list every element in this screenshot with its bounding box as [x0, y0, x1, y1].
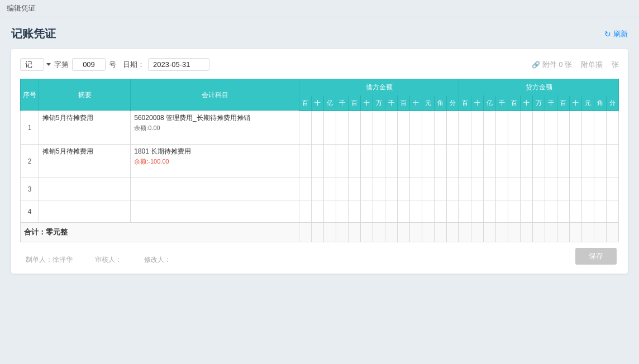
attachment-link[interactable]: 🔗 附件 0 张 [532, 60, 572, 70]
row-0-c-3[interactable] [496, 111, 508, 145]
row-0-d-6[interactable] [373, 111, 385, 145]
save-button[interactable]: 保存 [575, 248, 617, 265]
row-3-c-5[interactable] [521, 200, 533, 223]
row-1-d-0[interactable] [299, 145, 312, 178]
row-1-d-5[interactable] [361, 145, 373, 178]
ji-select-wrapper[interactable]: 记 [20, 58, 51, 71]
row-3-c-2[interactable] [484, 200, 496, 223]
row-0-c-4[interactable] [508, 111, 521, 145]
row-0-c-5[interactable] [521, 111, 533, 145]
row-1-c-10[interactable] [582, 145, 594, 178]
row-3-c-0[interactable] [459, 200, 471, 223]
row-account-2[interactable] [131, 178, 299, 200]
row-2-d-4[interactable] [349, 178, 361, 200]
row-1-d-11[interactable] [435, 145, 447, 178]
row-2-c-2[interactable] [484, 178, 496, 200]
row-2-c-4[interactable] [508, 178, 521, 200]
row-0-d-8[interactable] [398, 111, 410, 145]
row-2-d-5[interactable] [361, 178, 373, 200]
row-3-c-6[interactable] [533, 200, 545, 223]
row-3-d-10[interactable] [422, 200, 435, 223]
row-2-d-7[interactable] [385, 178, 398, 200]
row-1-c-6[interactable] [533, 145, 545, 178]
row-2-c-0[interactable] [459, 178, 471, 200]
row-3-d-9[interactable] [410, 200, 422, 223]
row-summary-0[interactable]: 摊销5月待摊费用 [39, 111, 131, 145]
row-0-d-4[interactable] [349, 111, 361, 145]
row-2-c-5[interactable] [521, 178, 533, 200]
row-3-d-1[interactable] [312, 200, 324, 223]
row-3-d-12[interactable] [447, 200, 459, 223]
row-2-c-8[interactable] [557, 178, 570, 200]
row-2-c-12[interactable] [607, 178, 619, 200]
row-3-d-3[interactable] [336, 200, 349, 223]
row-0-c-7[interactable] [545, 111, 557, 145]
row-1-c-1[interactable] [471, 145, 484, 178]
row-2-d-3[interactable] [336, 178, 349, 200]
row-3-c-11[interactable] [594, 200, 607, 223]
row-2-d-9[interactable] [410, 178, 422, 200]
row-3-c-10[interactable] [582, 200, 594, 223]
row-1-d-9[interactable] [410, 145, 422, 178]
row-3-d-8[interactable] [398, 200, 410, 223]
row-2-d-1[interactable] [312, 178, 324, 200]
row-3-c-3[interactable] [496, 200, 508, 223]
row-3-c-12[interactable] [607, 200, 619, 223]
row-2-c-7[interactable] [545, 178, 557, 200]
row-0-c-0[interactable] [459, 111, 471, 145]
row-1-c-4[interactable] [508, 145, 521, 178]
row-3-c-7[interactable] [545, 200, 557, 223]
row-0-d-1[interactable] [312, 111, 324, 145]
row-1-d-6[interactable] [373, 145, 385, 178]
row-account-0[interactable]: 56020008 管理费用_长期待摊费用摊销 余额:0.00 [131, 111, 299, 145]
row-0-c-6[interactable] [533, 111, 545, 145]
date-input[interactable] [148, 58, 209, 71]
row-1-c-11[interactable] [594, 145, 607, 178]
row-3-c-4[interactable] [508, 200, 521, 223]
row-account-3[interactable] [131, 200, 299, 223]
row-3-c-9[interactable] [570, 200, 582, 223]
row-0-c-8[interactable] [557, 111, 570, 145]
row-3-c-8[interactable] [557, 200, 570, 223]
row-2-d-12[interactable] [447, 178, 459, 200]
row-0-d-0[interactable] [299, 111, 312, 145]
row-summary-2[interactable] [39, 178, 131, 200]
row-1-c-0[interactable] [459, 145, 471, 178]
row-1-c-7[interactable] [545, 145, 557, 178]
row-1-d-10[interactable] [422, 145, 435, 178]
row-3-d-6[interactable] [373, 200, 385, 223]
row-2-d-11[interactable] [435, 178, 447, 200]
row-0-c-2[interactable] [484, 111, 496, 145]
ji-select[interactable]: 记 [20, 58, 44, 71]
row-2-c-3[interactable] [496, 178, 508, 200]
row-1-c-2[interactable] [484, 145, 496, 178]
row-3-d-2[interactable] [324, 200, 336, 223]
row-0-d-9[interactable] [410, 111, 422, 145]
row-1-d-4[interactable] [349, 145, 361, 178]
row-summary-3[interactable] [39, 200, 131, 223]
row-summary-1[interactable]: 摊销5月待摊费用 [39, 145, 131, 178]
row-1-c-5[interactable] [521, 145, 533, 178]
row-0-d-12[interactable] [447, 111, 459, 145]
row-1-d-8[interactable] [398, 145, 410, 178]
row-1-d-12[interactable] [447, 145, 459, 178]
row-3-d-5[interactable] [361, 200, 373, 223]
zi-input[interactable] [72, 58, 106, 71]
row-2-d-10[interactable] [422, 178, 435, 200]
row-0-d-3[interactable] [336, 111, 349, 145]
row-0-d-10[interactable] [422, 111, 435, 145]
row-account-1[interactable]: 1801 长期待摊费用 余额:-100.00 [131, 145, 299, 178]
row-1-c-8[interactable] [557, 145, 570, 178]
row-2-d-0[interactable] [299, 178, 312, 200]
row-1-d-7[interactable] [385, 145, 398, 178]
row-0-d-7[interactable] [385, 111, 398, 145]
row-1-c-3[interactable] [496, 145, 508, 178]
row-0-d-5[interactable] [361, 111, 373, 145]
row-2-c-10[interactable] [582, 178, 594, 200]
row-0-c-1[interactable] [471, 111, 484, 145]
row-0-d-11[interactable] [435, 111, 447, 145]
row-3-c-1[interactable] [471, 200, 484, 223]
row-1-d-1[interactable] [312, 145, 324, 178]
row-2-d-6[interactable] [373, 178, 385, 200]
row-0-c-10[interactable] [582, 111, 594, 145]
